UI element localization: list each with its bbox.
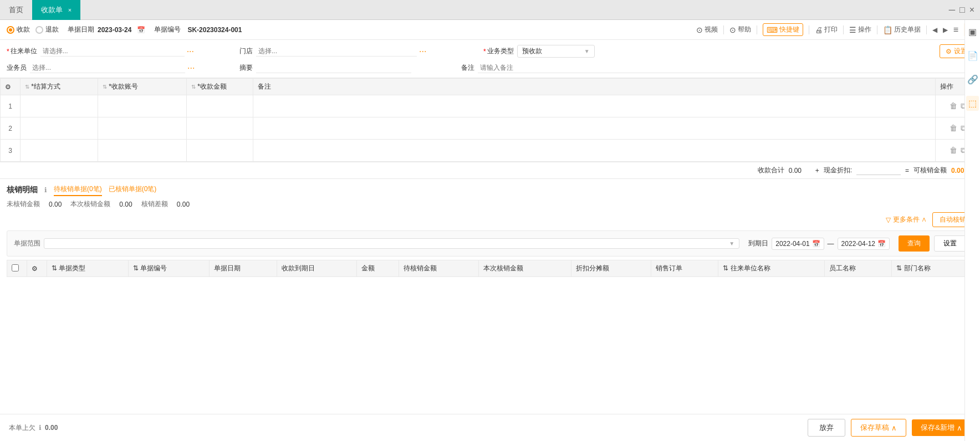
nav-next-icon[interactable]: ▶ [943, 26, 948, 34]
delete-icon[interactable]: 🗑 [950, 146, 957, 155]
col-due-date-header: 收款到期日 [277, 260, 356, 277]
nav-prev-icon[interactable]: ◀ [932, 26, 937, 34]
operate-icon: ☰ [849, 25, 856, 34]
close-icon[interactable]: × [969, 5, 974, 15]
radio-refund[interactable]: 退款 [35, 25, 59, 34]
summary-input[interactable] [256, 63, 411, 73]
minimize-icon[interactable]: ─ [949, 5, 955, 15]
bottom-bar: 本单上欠 ℹ 0.00 放弃 保存草稿 ∧ 保存&新增 ∧ [0, 414, 980, 441]
remark-field: 备注 [461, 63, 973, 73]
account-no-3[interactable] [98, 140, 187, 162]
range-label: 单据范围 [14, 239, 40, 248]
store-more-icon[interactable]: ··· [419, 47, 426, 57]
tab-pending[interactable]: 待核销单据(0笔) [54, 183, 102, 196]
discount-input[interactable] [856, 166, 901, 175]
date-range-filter: 到期日 2022-04-01 📅 — 2022-04-12 📅 [748, 238, 890, 250]
col-settings-bottom-header[interactable]: ⚙ [27, 260, 47, 277]
store-input[interactable] [256, 46, 417, 57]
action-video[interactable]: ⊙ 视频 [696, 25, 718, 34]
radio-refund-dot [35, 26, 43, 34]
action-shortcut[interactable]: ⌨ 快捷键 [763, 23, 803, 36]
this-order-info-icon[interactable]: ℹ [39, 424, 42, 432]
right-panel-table-icon[interactable]: ▣ [966, 24, 979, 39]
col-employee-header: 员工名称 [824, 260, 892, 277]
filter-row: ▽ 更多条件 ∧ 自动核销 [7, 212, 973, 227]
settle-method-3[interactable] [21, 140, 98, 162]
settle-method-2[interactable] [21, 117, 98, 140]
bottom-actions: 放弃 保存草稿 ∧ 保存&新增 ∧ [808, 419, 971, 437]
col-checkbox-header[interactable] [7, 260, 27, 277]
counterparty-field: * 往来单位 ··· [7, 46, 228, 57]
remark-2[interactable] [253, 117, 936, 140]
salesman-field: 业务员 ··· [7, 63, 228, 73]
date-field: 单据日期 2023-03-24 📅 [68, 25, 145, 34]
discount-label: 现金折扣: [824, 166, 852, 175]
save-draft-chevron-icon: ∧ [891, 424, 897, 432]
window-actions: ─ □ × [949, 5, 980, 15]
remark-input[interactable] [478, 63, 973, 73]
remark-1[interactable] [253, 95, 936, 117]
amount-2[interactable] [187, 117, 253, 140]
bottom-left: 本单上欠 ℹ 0.00 [9, 423, 58, 433]
query-button[interactable]: 查询 [899, 235, 930, 252]
divider [843, 25, 844, 34]
amount-1[interactable] [187, 95, 253, 117]
right-panel: ▣ 📄 🔗 ⬚ [964, 20, 980, 441]
amount-3[interactable] [187, 140, 253, 162]
col-dept-header: ⇅ 部门名称 [892, 260, 973, 277]
save-new-button[interactable]: 保存&新增 ∧ [912, 419, 971, 436]
tab-home[interactable]: 首页 [0, 0, 32, 20]
calendar-icon[interactable]: 📅 [137, 26, 145, 34]
col-sales-order-header: 销售订单 [651, 260, 718, 277]
action-print[interactable]: 🖨 打印 [815, 25, 838, 34]
toolbar-actions: ⊙ 视频 ⊙ 帮助 ⌨ 快捷键 🖨 打印 ☰ 操作 [696, 23, 973, 36]
settle-method-1[interactable] [21, 95, 98, 117]
save-draft-button[interactable]: 保存草稿 ∧ [851, 419, 906, 437]
delete-icon[interactable]: 🗑 [950, 124, 957, 133]
account-no-2[interactable] [98, 117, 187, 140]
action-help[interactable]: ⊙ 帮助 [729, 25, 751, 34]
nav-list-icon[interactable]: ≡ [953, 25, 958, 35]
save-new-chevron-icon: ∧ [957, 424, 962, 432]
row-num-3: 3 [1, 140, 21, 162]
tab-close-icon[interactable]: × [68, 7, 72, 13]
filter-settings-button[interactable]: 设置 [934, 235, 966, 252]
nuclear-title: 核销明细 [7, 185, 38, 195]
biz-type-field: * 业务类型 预收款 ▼ [483, 45, 661, 58]
right-panel-link-icon[interactable]: 🔗 [965, 72, 981, 87]
summary-field: 摘要 [239, 63, 450, 73]
right-panel-doc-icon[interactable]: 📄 [965, 48, 981, 63]
salesman-more-icon[interactable]: ··· [187, 63, 195, 73]
action-history[interactable]: 📋 历史单据 [883, 25, 921, 34]
range-select[interactable]: ▼ [44, 238, 739, 249]
col-bill-no-header: ⇅ 单据编号 [128, 260, 210, 277]
action-operate[interactable]: ☰ 操作 [849, 25, 871, 34]
more-conditions-btn[interactable]: ▽ 更多条件 ∧ [886, 215, 927, 224]
bill-no-field: 单据编号 SK-20230324-001 [154, 25, 242, 34]
maximize-icon[interactable]: □ [959, 5, 965, 15]
info-icon[interactable]: ℹ [44, 186, 47, 194]
nuclear-stats: 未核销金额 0.00 本次核销金额 0.00 核销差额 0.00 [7, 199, 973, 209]
tab-done[interactable]: 已核销单据(0笔) [109, 183, 157, 196]
form-row-2: 业务员 ··· 摘要 备注 [7, 63, 973, 73]
delete-icon[interactable]: 🗑 [950, 101, 957, 111]
right-panel-expand-icon[interactable]: ⬚ [966, 96, 979, 111]
date-to-input[interactable]: 2022-04-12 📅 [838, 238, 890, 250]
counterparty-input[interactable] [40, 46, 185, 57]
keyboard-icon: ⌨ [767, 25, 778, 34]
account-no-1[interactable] [98, 95, 187, 117]
select-all-checkbox[interactable] [12, 264, 19, 271]
col-settings-header[interactable]: ⚙ [1, 79, 21, 95]
this-order-value: 0.00 [45, 424, 58, 432]
remark-3[interactable] [253, 140, 936, 162]
counterparty-more-icon[interactable]: ··· [187, 47, 194, 57]
discard-button[interactable]: 放弃 [808, 419, 845, 437]
range-filter-field: 单据范围 ▼ [14, 238, 739, 249]
radio-receive[interactable]: 收款 [7, 25, 30, 34]
row-num-1: 1 [1, 95, 21, 117]
salesman-input[interactable] [30, 63, 185, 73]
summary-row: 收款合计 0.00 + 现金折扣: = 可核销金额 0.00 [0, 162, 980, 179]
tab-receipt[interactable]: 收款单 × [32, 0, 80, 20]
date-from-input[interactable]: 2022-04-01 📅 [772, 238, 824, 250]
biz-type-dropdown[interactable]: 预收款 ▼ [517, 45, 595, 58]
